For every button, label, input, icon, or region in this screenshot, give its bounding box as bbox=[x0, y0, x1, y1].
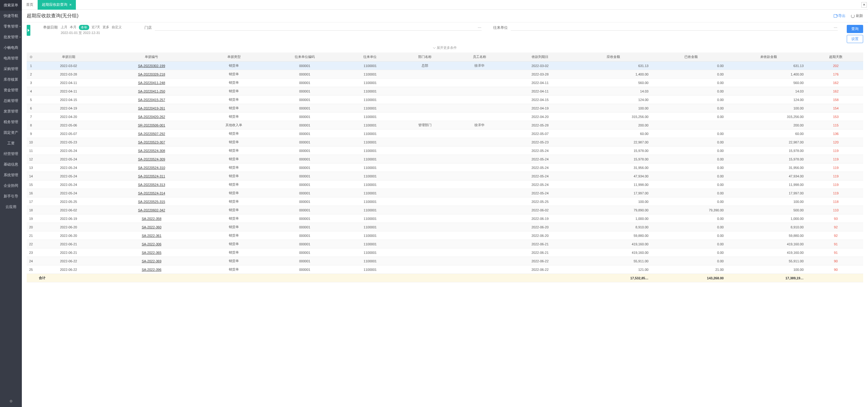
col-header-11[interactable]: 未收款金额 bbox=[728, 53, 808, 62]
sidebar-item-16[interactable]: 系统管理 bbox=[0, 170, 22, 180]
export-button[interactable]: 导出 bbox=[834, 13, 845, 19]
table-row[interactable]: 82022-05-06SR-20220506-001其他收入单000001110… bbox=[27, 121, 863, 130]
table-row[interactable]: 162022-05-24SA-20220524-314销货单0000011100… bbox=[27, 189, 863, 197]
range-opt-0[interactable]: 上月 bbox=[61, 25, 67, 30]
sidebar-item-3[interactable]: 批发管理▾ bbox=[0, 32, 22, 42]
table-row[interactable]: 42022-04-11SA-20220411-250销货单00000111000… bbox=[27, 87, 863, 96]
doc-link[interactable]: SR-20220506-001 bbox=[138, 124, 165, 127]
table-row[interactable]: 52022-04-15SA-20220415-257销货单00000111000… bbox=[27, 96, 863, 104]
doc-link[interactable]: SA-20220415-257 bbox=[138, 98, 165, 102]
table-row[interactable]: 142022-05-24SA-20220524-311销货单0000011100… bbox=[27, 172, 863, 180]
tab-0[interactable]: 首页 bbox=[22, 0, 38, 10]
col-header-1[interactable]: 单据日期 bbox=[35, 53, 102, 62]
table-row[interactable]: 102022-05-23SA-20220523-307销货单0000011100… bbox=[27, 138, 863, 146]
doc-link[interactable]: SA-2022-360 bbox=[142, 225, 161, 229]
doc-link[interactable]: SA-20220302-199 bbox=[138, 64, 165, 68]
store-picker-icon[interactable]: ⋯ bbox=[478, 26, 482, 30]
settings-gear[interactable] bbox=[0, 396, 22, 407]
tab-1[interactable]: 超期应收款查询✕ bbox=[38, 0, 76, 10]
doc-link[interactable]: SA-2022-365 bbox=[142, 251, 161, 255]
table-row[interactable]: 152022-05-24SA-20220524-313销货单0000011100… bbox=[27, 180, 863, 189]
sidebar-item-14[interactable]: 经营管理 bbox=[0, 148, 22, 159]
doc-link[interactable]: SA-2022-306 bbox=[142, 242, 161, 246]
doc-link[interactable]: SA-20220411-250 bbox=[138, 90, 165, 93]
sidebar-item-17[interactable]: 企业协同 bbox=[0, 180, 22, 191]
table-row[interactable]: 232022-06-21SA-2022-365销货单00000111000012… bbox=[27, 248, 863, 257]
expand-filters[interactable]: 展开更多条件 bbox=[22, 44, 868, 53]
store-input-wrap[interactable]: ⋯ bbox=[155, 25, 482, 31]
sidebar-item-0[interactable]: 搜索菜单 bbox=[0, 0, 22, 11]
doc-link[interactable]: SA-20220523-307 bbox=[138, 140, 165, 144]
col-header-9[interactable]: 应收金额 bbox=[573, 53, 653, 62]
col-header-7[interactable]: 员工名称 bbox=[452, 53, 507, 62]
sidebar-item-19[interactable]: 云应用 bbox=[0, 202, 22, 212]
sidebar-item-4[interactable]: 小畅电商 bbox=[0, 42, 22, 53]
refresh-button[interactable]: 刷新 bbox=[851, 13, 863, 19]
sidebar-item-18[interactable]: 新手引导 bbox=[0, 191, 22, 202]
doc-link[interactable]: SA-20220524-313 bbox=[138, 183, 165, 186]
settings-button[interactable]: 设置 bbox=[847, 35, 863, 43]
doc-link[interactable]: SA-20220602-342 bbox=[138, 208, 165, 212]
table-row[interactable]: 132022-05-24SA-20220524-310销货单0000011100… bbox=[27, 164, 863, 172]
sidebar-item-5[interactable]: 电商管理 bbox=[0, 53, 22, 64]
table-row[interactable]: 212022-06-20SA-2022-361销货单00000111000012… bbox=[27, 231, 863, 240]
doc-link[interactable]: SA-20220420-262 bbox=[138, 115, 165, 118]
range-opt-4[interactable]: 更多 bbox=[102, 25, 109, 30]
sidebar-item-1[interactable]: 快捷导航 bbox=[0, 11, 22, 21]
collapse-handle[interactable] bbox=[27, 25, 30, 36]
sidebar-item-6[interactable]: 采购管理 bbox=[0, 64, 22, 74]
sidebar-item-15[interactable]: 基础信息 bbox=[0, 159, 22, 170]
range-opt-3[interactable]: 近7天 bbox=[92, 25, 100, 30]
partner-input-wrap[interactable]: ⋯ bbox=[511, 25, 838, 31]
table-row[interactable]: 172022-05-25SA-20220525-315销货单0000011100… bbox=[27, 197, 863, 206]
col-header-2[interactable]: 单据编号 bbox=[102, 53, 202, 62]
partner-picker-icon[interactable]: ⋯ bbox=[834, 26, 838, 30]
query-button[interactable]: 查询 bbox=[847, 25, 863, 33]
col-header-10[interactable]: 已收金额 bbox=[653, 53, 729, 62]
partner-input[interactable] bbox=[511, 26, 834, 30]
col-header-5[interactable]: 往来单位 bbox=[343, 53, 397, 62]
col-header-3[interactable]: 单据类型 bbox=[201, 53, 267, 62]
table-row[interactable]: 32022-04-11SA-20220411-248销货单00000111000… bbox=[27, 78, 863, 87]
doc-link[interactable]: SA-2022-396 bbox=[142, 268, 161, 271]
table-scroll[interactable]: 单据日期单据编号单据类型往来单位编码往来单位部门名称员工名称收款到期日应收金额已… bbox=[22, 53, 868, 407]
table-row[interactable]: 202022-06-20SA-2022-360销货单00000111000012… bbox=[27, 223, 863, 231]
close-all-tabs[interactable]: ✕ bbox=[861, 2, 867, 8]
doc-link[interactable]: SA-20220525-315 bbox=[138, 200, 165, 203]
doc-link[interactable]: SA-20220411-248 bbox=[138, 81, 165, 84]
table-row[interactable]: 192022-06-19SA-2022-358销货单00000111000012… bbox=[27, 214, 863, 223]
table-row[interactable]: 182022-06-02SA-20220602-342销货单0000011100… bbox=[27, 206, 863, 214]
doc-link[interactable]: SA-20220524-310 bbox=[138, 166, 165, 170]
col-header-4[interactable]: 往来单位编码 bbox=[267, 53, 343, 62]
doc-link[interactable]: SA-20220524-309 bbox=[138, 158, 165, 161]
sidebar-item-8[interactable]: 资金管理 bbox=[0, 85, 22, 96]
doc-link[interactable]: SA-20220524-311 bbox=[138, 174, 165, 178]
doc-link[interactable]: SA-2022-369 bbox=[142, 259, 161, 263]
sidebar-item-12[interactable]: 固定资产 bbox=[0, 127, 22, 138]
table-row[interactable]: 222022-06-21SA-2022-306销货单00000111000012… bbox=[27, 240, 863, 248]
sidebar-item-7[interactable]: 库存核算 bbox=[0, 74, 22, 85]
col-header-12[interactable]: 超期天数 bbox=[808, 53, 863, 62]
table-row[interactable]: 122022-05-24SA-20220524-309销货单0000011100… bbox=[27, 155, 863, 164]
table-row[interactable]: 22022-03-28SA-20220328-218销货单00000111000… bbox=[27, 70, 863, 78]
sidebar-item-11[interactable]: 税务管理 bbox=[0, 117, 22, 127]
range-opt-5[interactable]: 自定义 bbox=[112, 25, 122, 30]
doc-link[interactable]: SA-20220524-308 bbox=[138, 149, 165, 152]
table-row[interactable]: 242022-06-22SA-2022-369销货单00000111000012… bbox=[27, 257, 863, 265]
sidebar-item-13[interactable]: 工资 bbox=[0, 138, 22, 148]
table-row[interactable]: 92022-05-07SA-20220507-292销货单00000111000… bbox=[27, 130, 863, 138]
sidebar-item-10[interactable]: 发票管理 bbox=[0, 106, 22, 117]
doc-link[interactable]: SA-2022-358 bbox=[142, 217, 161, 221]
sidebar-item-9[interactable]: 总账管理 bbox=[0, 96, 22, 106]
col-header-8[interactable]: 收款到期日 bbox=[507, 53, 574, 62]
table-row[interactable]: 112022-05-24SA-20220524-308销货单0000011100… bbox=[27, 146, 863, 155]
range-opt-1[interactable]: 本月 bbox=[70, 25, 76, 30]
table-row[interactable]: 72022-04-20SA-20220420-262销货单00000111000… bbox=[27, 112, 863, 121]
table-row[interactable]: 62022-04-19SA-20220419-261销货单00000111000… bbox=[27, 104, 863, 112]
doc-link[interactable]: SA-2022-361 bbox=[142, 234, 161, 237]
table-row[interactable]: 252022-06-22SA-2022-396销货单00000111000012… bbox=[27, 265, 863, 274]
store-input[interactable] bbox=[155, 26, 478, 30]
col-header-0[interactable] bbox=[27, 53, 35, 62]
table-row[interactable]: 12022-03-02SA-20220302-199销货单00000111000… bbox=[27, 62, 863, 70]
range-opt-2[interactable]: 本年 bbox=[79, 25, 89, 30]
